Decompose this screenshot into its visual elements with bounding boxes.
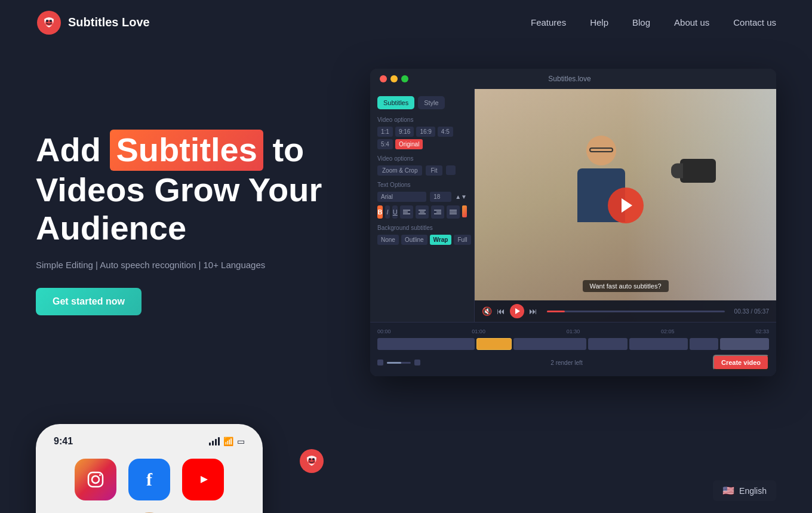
ruler-0: 00:00: [377, 328, 391, 334]
ro-zoom[interactable]: Zoom & Crop: [377, 165, 422, 176]
font-size[interactable]: 18: [430, 192, 451, 202]
vc-prev[interactable]: ⏮: [497, 306, 505, 316]
video-options-label: Video options: [377, 116, 467, 123]
nav-links: Features Help Blog About us Contact us: [531, 17, 776, 28]
format-italic[interactable]: I: [385, 205, 390, 219]
hero-left: Add Subtitles toVideos Grow YourAudience…: [36, 130, 334, 315]
window-dots: [380, 75, 408, 82]
text-options-row: Arial 18 ▲▼: [377, 192, 467, 202]
ruler-3: 02:05: [661, 328, 675, 334]
language-selector[interactable]: 🇺🇸 English: [713, 480, 776, 501]
ro-fit[interactable]: Fit: [426, 165, 442, 176]
ar-4-5[interactable]: 4:5: [438, 127, 453, 137]
signal-icon: [209, 437, 220, 446]
mockup-preview: Want fast auto subtitles? 🔇 ⏮ ⏭: [475, 89, 776, 322]
ar-16-9[interactable]: 16:9: [416, 127, 435, 137]
tab-subtitles[interactable]: Subtitles: [377, 96, 414, 109]
font-size-arrows: ▲▼: [455, 193, 467, 200]
ruler-4: 02:33: [755, 328, 769, 334]
subtitle-overlay: Want fast auto subtitles?: [582, 280, 668, 292]
hero-title: Add Subtitles toVideos Grow YourAudience: [36, 130, 334, 247]
signal-bar-2: [212, 441, 214, 446]
ar-5-4[interactable]: 5:4: [377, 139, 393, 149]
align-center[interactable]: [416, 205, 429, 219]
create-video-button[interactable]: Create video: [713, 355, 769, 370]
bg-outline[interactable]: Outline: [401, 235, 427, 245]
align-right[interactable]: [431, 205, 444, 219]
lower-right: [299, 424, 776, 513]
progress-bar[interactable]: [547, 311, 725, 312]
glasses: [589, 148, 613, 152]
ar-9-16[interactable]: 9:16: [395, 127, 414, 137]
bg-wrap[interactable]: Wrap: [430, 235, 452, 245]
nav-blog[interactable]: Blog: [632, 17, 650, 27]
window-dot-red: [380, 75, 387, 82]
signal-bar-1: [209, 443, 211, 446]
align-btns: [400, 205, 460, 219]
track-5: [690, 338, 719, 350]
svg-point-21: [309, 458, 311, 460]
youtube-icon[interactable]: [182, 459, 224, 500]
cta-button[interactable]: Get started now: [36, 288, 142, 315]
svg-point-22: [312, 458, 315, 460]
phone-icons: 📶 ▭: [209, 437, 245, 446]
ar-1-1[interactable]: 1:1: [377, 127, 393, 137]
phone-time: 9:41: [54, 436, 73, 447]
nav-contact[interactable]: Contact us: [733, 17, 776, 27]
facebook-icon[interactable]: f: [128, 459, 170, 500]
sidebar-tabs: Subtitles Style: [377, 96, 467, 109]
ar-original[interactable]: Original: [395, 139, 423, 149]
brand-logo-lower: [299, 448, 325, 474]
logo[interactable]: Subtitles Love: [36, 10, 150, 36]
play-button[interactable]: [608, 188, 644, 223]
aspect-ratios: 1:1 9:16 16:9 4:5 5:4 Original: [377, 127, 467, 149]
vc-time: 00.33 / 05:37: [734, 308, 769, 315]
battery-icon: ▭: [237, 437, 245, 446]
font-select[interactable]: Arial: [377, 192, 426, 202]
vc-volume[interactable]: 🔇: [482, 306, 492, 316]
video-frame: Want fast auto subtitles? 🔇 ⏮ ⏭: [475, 89, 776, 322]
wifi-icon: 📶: [223, 437, 233, 446]
align-justify[interactable]: [447, 205, 460, 219]
play-icon: [622, 198, 632, 213]
timeline-tracks: [377, 338, 769, 350]
nav-help[interactable]: Help: [590, 17, 608, 27]
instagram-icon[interactable]: [75, 459, 116, 500]
text-options-label: Text Options: [377, 182, 467, 188]
render-info: 2 render left: [550, 360, 582, 366]
resize-options: Zoom & Crop Fit: [377, 165, 467, 176]
svg-point-1: [46, 20, 48, 22]
phone-mockup: 9:41 📶 ▭: [36, 424, 263, 513]
track-active[interactable]: [476, 338, 512, 350]
text-format-row: B I U: [377, 205, 467, 219]
social-icons-row: f: [48, 459, 251, 500]
nav-about[interactable]: About us: [674, 17, 709, 27]
hero-highlight: Subtitles: [110, 130, 263, 170]
vc-play[interactable]: [510, 304, 524, 318]
phone-status-bar: 9:41 📶 ▭: [48, 436, 251, 447]
format-bold[interactable]: B: [377, 205, 383, 219]
language-text: English: [739, 486, 767, 496]
align-left[interactable]: [400, 205, 413, 219]
camera-body: [680, 159, 716, 183]
flag-icon: 🇺🇸: [722, 485, 734, 496]
ro-checkbox[interactable]: [446, 165, 456, 175]
track-6: [720, 338, 769, 350]
ruler-2: 01:30: [567, 328, 580, 334]
format-underline[interactable]: U: [392, 205, 398, 219]
window-dot-green: [401, 75, 408, 82]
vc-next[interactable]: ⏭: [529, 306, 537, 316]
svg-point-17: [99, 474, 101, 476]
phone-mockup-container: 9:41 📶 ▭: [36, 424, 275, 513]
mockup-url: Subtitles.love: [548, 75, 590, 83]
zoom-controls: [377, 360, 420, 365]
signal-bar-4: [218, 437, 220, 446]
zoom-slider[interactable]: [387, 362, 411, 364]
bg-full[interactable]: Full: [454, 235, 470, 245]
logo-icon: [36, 10, 62, 36]
nav-features[interactable]: Features: [531, 17, 566, 27]
color-picker[interactable]: [462, 205, 467, 217]
bg-none[interactable]: None: [377, 235, 399, 245]
tab-style[interactable]: Style: [418, 96, 444, 109]
track-1: [377, 338, 475, 350]
